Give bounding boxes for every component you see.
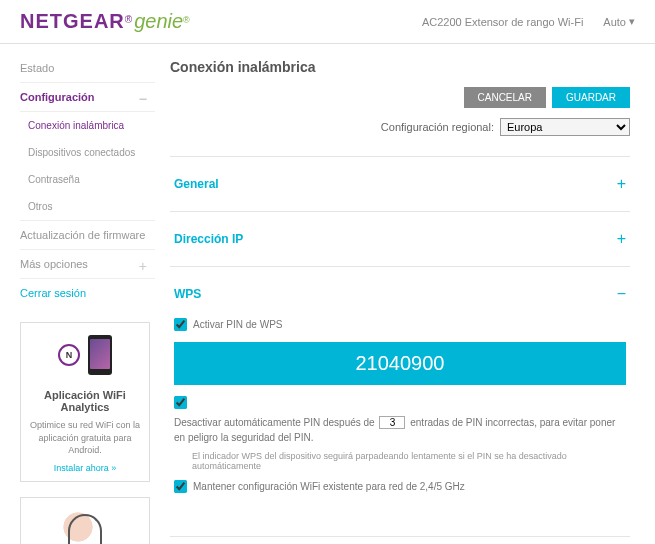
section-ip-header[interactable]: Dirección IP + — [174, 230, 626, 248]
sidebar-item-status[interactable]: Estado — [20, 54, 155, 83]
collapse-icon: − — [139, 91, 147, 107]
plus-icon: + — [617, 175, 626, 193]
promo-title: Aplicación WiFi Analytics — [29, 389, 141, 413]
minus-icon: − — [617, 285, 626, 303]
sidebar-item-devices[interactable]: Dispositivos conectados — [20, 139, 155, 166]
sidebar-item-password[interactable]: Contraseña — [20, 166, 155, 193]
divider — [170, 536, 630, 537]
expand-icon: + — [139, 258, 147, 274]
sidebar: Estado Configuración − Conexión inalámbr… — [0, 44, 155, 544]
cancel-button[interactable]: CANCELAR — [464, 87, 546, 108]
enable-wps-pin-label: Activar PIN de WPS — [193, 317, 282, 332]
promo-wifi-analytics: N Aplicación WiFi Analytics Optimice su … — [20, 322, 150, 482]
logo: NETGEAR®genie® — [20, 10, 190, 33]
brand-name: NETGEAR — [20, 10, 125, 32]
section-general: General + — [170, 156, 630, 211]
pin-attempts-input[interactable] — [379, 416, 405, 429]
keep-wifi-settings-label: Mantener configuración WiFi existente pa… — [193, 479, 465, 494]
chevron-down-icon: ▾ — [629, 15, 635, 28]
wps-hint: El indicador WPS del dispositivo seguirá… — [192, 451, 626, 471]
phone-icon — [88, 335, 112, 375]
save-button[interactable]: GUARDAR — [552, 87, 630, 108]
promo-install-link[interactable]: Instalar ahora » — [29, 463, 141, 473]
support-agent-image — [50, 506, 120, 544]
device-name: AC2200 Extensor de rango Wi-Fi — [422, 16, 583, 28]
plus-icon: + — [617, 230, 626, 248]
section-wps-header[interactable]: WPS − — [174, 285, 626, 303]
section-general-header[interactable]: General + — [174, 175, 626, 193]
keep-wifi-settings-checkbox[interactable] — [174, 480, 187, 493]
sidebar-item-wireless[interactable]: Conexión inalámbrica — [20, 112, 155, 139]
section-wps: WPS − Activar PIN de WPS 21040900 Desact… — [170, 266, 630, 518]
wps-pin-display: 21040900 — [174, 342, 626, 385]
netgear-badge-icon: N — [58, 344, 80, 366]
sidebar-item-more[interactable]: Más opciones + — [20, 250, 155, 279]
region-select[interactable]: Europa — [500, 118, 630, 136]
sidebar-item-logout[interactable]: Cerrar sesión — [20, 279, 155, 307]
header: NETGEAR®genie® AC2200 Extensor de rango … — [0, 0, 655, 44]
main-content: Conexión inalámbrica CANCELAR GUARDAR Co… — [155, 44, 655, 544]
section-ip: Dirección IP + — [170, 211, 630, 266]
region-label: Configuración regional: — [381, 121, 494, 133]
enable-wps-pin-checkbox[interactable] — [174, 318, 187, 331]
page-title: Conexión inalámbrica — [170, 59, 630, 75]
auto-disable-pin-checkbox[interactable] — [174, 396, 187, 409]
promo-support: ¿Necesita ayuda? — [20, 497, 150, 544]
sidebar-item-firmware[interactable]: Actualización de firmware — [20, 221, 155, 250]
brand-sub: genie — [134, 10, 183, 32]
sidebar-item-others[interactable]: Otros — [20, 193, 155, 221]
language-dropdown[interactable]: Auto ▾ — [603, 15, 635, 28]
promo-desc: Optimice su red WiFi con la aplicación g… — [29, 419, 141, 457]
sidebar-item-config[interactable]: Configuración − — [20, 83, 155, 112]
